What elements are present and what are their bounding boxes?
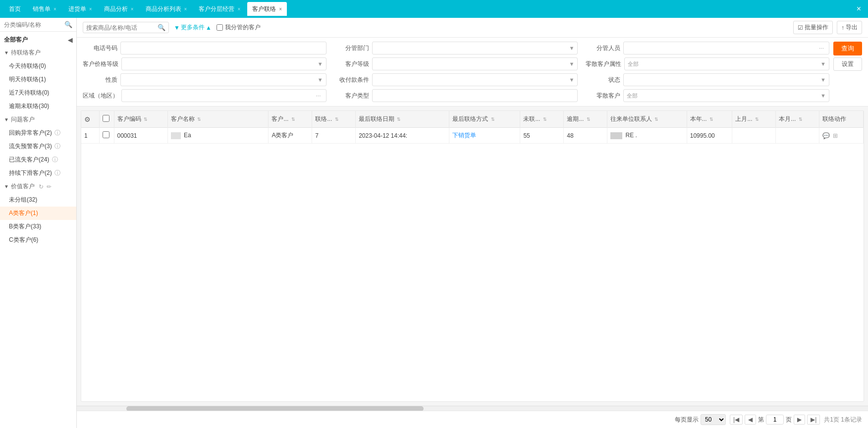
col-customer-name: 客户名称 ⇅ [167,111,269,128]
dept-select[interactable]: ▼ [372,42,578,54]
filter-retail-attr: 零散客户属性 全部 ▼ [586,57,829,70]
sort-icon[interactable]: ⇅ [335,117,339,122]
sidebar-item-b-class[interactable]: B类客户(33) [0,220,76,233]
batch-op-button[interactable]: ☑ 批量操作 [793,21,833,34]
sidebar-item-repurchase[interactable]: 回购异常客户(2) ⓘ [0,126,76,140]
sidebar-header-icons[interactable]: ◀ [68,37,72,44]
row-checkbox[interactable] [103,131,109,138]
filter-dept: 分管部门 ▼ [334,42,578,54]
nav-product-analysis[interactable]: 商品分析 × [99,2,139,16]
sidebar-search-icon[interactable]: 🔍 [64,21,72,28]
sidebar-item-c-class[interactable]: C类客户(6) [0,233,76,247]
sort-icon[interactable]: ⇅ [755,117,759,122]
sidebar-item-churn-warning[interactable]: 流失预警客户(3) ⓘ [0,140,76,153]
retail-customer-select[interactable]: 全部 ▼ [623,89,829,102]
nav-close-all-button[interactable]: × [854,4,864,13]
sort-icon[interactable]: ⇅ [543,117,547,122]
close-icon[interactable]: × [131,6,134,12]
page-size-select[interactable]: 50 100 200 [701,414,726,425]
close-icon[interactable]: × [184,6,187,12]
next-page-button[interactable]: ▶ [794,415,805,425]
nav-customer-segment[interactable]: 客户分层经营 × [194,2,245,16]
nav-purchase[interactable]: 进货单 × [63,2,97,16]
settings-button[interactable]: 设置 [833,57,862,71]
person-input[interactable] [627,45,815,52]
sidebar-pending-section[interactable]: ▼ 待联络客户 [0,46,76,59]
sidebar-problem-section[interactable]: ▼ 问题客户 [0,113,76,126]
sort-icon[interactable]: ⇅ [491,117,495,122]
main-search-input[interactable] [86,24,156,31]
horizontal-scrollbar[interactable] [77,406,868,411]
price-level-select[interactable]: ▼ [121,57,326,70]
sidebar-all-customers-header: 全部客户 ◀ [0,32,76,46]
nav-home[interactable]: 首页 [4,2,26,16]
close-icon[interactable]: × [237,6,240,12]
sidebar-item-today[interactable]: 今天待联络(0) [0,59,76,73]
close-icon[interactable]: × [279,6,282,12]
close-icon[interactable]: × [54,6,56,12]
select-all-checkbox[interactable] [103,115,109,122]
sidebar-item-unclassified[interactable]: 未分组(32) [0,193,76,207]
sort-icon[interactable]: ⇅ [587,117,591,122]
sort-icon[interactable]: ⇅ [397,117,401,122]
sort-icon[interactable]: ⇅ [144,117,148,122]
prev-page-button[interactable]: ◀ [745,415,756,425]
sidebar-item-tomorrow[interactable]: 明天待联络(1) [0,73,76,86]
main-search-icon[interactable]: 🔍 [158,24,165,31]
sort-icon[interactable]: ⇅ [291,117,295,122]
chat-icon[interactable]: 💬 [822,132,830,139]
refresh-icon[interactable]: ↻ [39,183,44,190]
nav-sales[interactable]: 销售单 × [28,2,61,16]
nature-arrow: ▼ [318,77,323,83]
sort-icon[interactable]: ⇅ [709,117,713,122]
region-dots-button[interactable]: ··· [314,91,323,100]
page-nav: |◀ ◀ 第 页 ▶ ▶| [730,415,820,425]
nav-customer-contact[interactable]: 客户联络 × [247,2,287,16]
my-customers-checkbox[interactable] [217,24,223,31]
more-conditions-button[interactable]: ▼ 更多条件 ▲ [174,23,212,32]
status-select[interactable]: ▼ [623,73,829,86]
sidebar-search-container: 🔍 [0,18,76,32]
cell-no-contact: 55 [520,128,564,144]
export-button[interactable]: ↑ 导出 [837,21,862,34]
phone-input[interactable] [124,45,323,52]
region-input[interactable] [125,92,312,99]
customer-level-select[interactable]: ▼ [372,57,578,70]
cell-last-contact-date: 2023-04-12 14:44: [356,128,449,144]
table-gear-icon[interactable]: ⚙ [84,115,91,123]
retail-attr-select[interactable]: 全部 ▼ [624,57,829,70]
sidebar-item-overdue[interactable]: 逾期未联络(30) [0,100,76,113]
first-page-button[interactable]: |◀ [730,415,743,425]
my-customers-filter[interactable]: 我分管的客户 [217,23,261,32]
sidebar-item-a-class[interactable]: A类客户(1) [0,207,76,220]
col-contact: 联络... ⇅ [312,111,356,128]
person-dots-button[interactable]: ··· [817,44,826,53]
payment-select[interactable]: ▼ [372,73,578,86]
sidebar-collapse-icon[interactable]: ◀ [68,37,72,44]
sort-icon[interactable]: ⇅ [799,117,803,122]
sort-icon[interactable]: ⇅ [197,117,201,122]
qr-icon[interactable]: ⊞ [833,132,838,139]
customer-type-input[interactable] [376,92,575,99]
sidebar-item-lost[interactable]: 已流失客户(24) ⓘ [0,153,76,166]
last-page-button[interactable]: ▶| [807,415,820,425]
cell-last-contact-method[interactable]: 下销货单 [449,128,520,144]
header-actions: ☑ 批量操作 ↑ 导出 [793,21,862,34]
filter-customer-level: 客户等级 ▼ [334,57,578,70]
nature-select[interactable]: ▼ [120,73,326,86]
cell-this-month [776,128,819,144]
edit-icon[interactable]: ✏ [47,183,52,190]
filter-nature: 性质 ▼ [83,73,326,86]
nav-product-list[interactable]: 商品分析列表 × [141,2,192,16]
filter-price-level: 客户价格等级 ▼ [83,57,326,70]
page-input[interactable] [766,415,784,425]
cell-customer-name: Ea [167,128,269,144]
sidebar-item-recent7[interactable]: 近7天待联络(0) [0,86,76,100]
sidebar-item-consecutive-decline[interactable]: 持续下滑客户(2) ⓘ [0,166,76,180]
sidebar-search-input[interactable] [4,21,62,28]
info-icon: ⓘ [54,143,60,150]
close-icon[interactable]: × [89,6,92,12]
sort-icon[interactable]: ⇅ [654,117,658,122]
sidebar-value-section[interactable]: ▼ 价值客户 ↻ ✏ [0,180,76,193]
query-button[interactable]: 查询 [833,42,862,55]
